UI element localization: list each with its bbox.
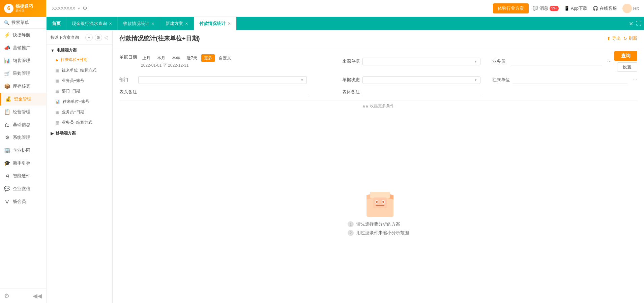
empty-illustration xyxy=(358,183,399,217)
online-service-btn[interactable]: 🎧 在线客服 xyxy=(593,5,617,11)
operations-icon: 📋 xyxy=(4,109,10,115)
scheme-item-icon-4: 📊 xyxy=(55,99,60,104)
empty-texts: 1 请先选择要分析的方案 2 用过滤条件来缩小分析范围 xyxy=(348,221,409,236)
scheme-item-staff-date[interactable]: ▦ 业务员+日期 xyxy=(47,107,112,117)
scheme-item-unit-date[interactable]: ● 往来单位+日期 xyxy=(47,55,112,65)
search-icon: 🔍 xyxy=(4,20,9,25)
sidebar-item-guide[interactable]: 🎓 新手引导 xyxy=(0,157,46,170)
scheme-item-staff-account[interactable]: ▦ 业务员+账号 xyxy=(47,75,112,86)
scheme-panel-header: 按以下方案查询 + ⚙ ◁ xyxy=(47,30,112,45)
tab-new-scheme-label: 新建方案 xyxy=(166,21,183,27)
body-note-input[interactable] xyxy=(362,88,480,96)
staff-label: 业务员 xyxy=(492,58,508,64)
page-actions: ⬆ 导出 ↻ 刷新 xyxy=(607,35,637,41)
step-num-2: 2 xyxy=(348,230,354,236)
header-note-input[interactable] xyxy=(140,88,308,96)
filter-row-3: 表头备注 表体备注 xyxy=(119,88,637,96)
tab-new-scheme-close[interactable]: ✕ xyxy=(185,22,188,26)
sidebar-item-finance[interactable]: 💰 资金管理 xyxy=(0,93,46,105)
dept-select[interactable]: ▾ xyxy=(138,76,307,84)
app-download-label: App下载 xyxy=(571,5,587,11)
scheme-item-label: 业务员+日期 xyxy=(62,109,84,115)
tab-payments-close[interactable]: ✕ xyxy=(228,22,231,26)
scheme-item-unit-settle[interactable]: ▦ 往来单位+结算方式 xyxy=(47,65,112,75)
scheme-panel-title: 按以下方案查询 xyxy=(51,35,79,40)
scheme-item-staff-settle[interactable]: ▦ 业务员+结算方式 xyxy=(47,117,112,128)
scheme-group-desktop[interactable]: ▼ 电脑端方案 xyxy=(47,45,112,55)
refresh-btn[interactable]: ↻ 刷新 xyxy=(623,35,637,41)
date-last-7days[interactable]: 近7天 xyxy=(184,54,200,62)
counterpart-input[interactable] xyxy=(513,76,627,84)
export-btn[interactable]: ⬆ 导出 xyxy=(607,35,621,41)
date-this-year[interactable]: 本年 xyxy=(169,54,183,62)
scheme-item-label: 业务员+账号 xyxy=(62,78,84,84)
sidebar-item-operations[interactable]: 📋 经营管理 xyxy=(0,105,46,118)
sidebar-item-enterprise[interactable]: 🏢 企业协同 xyxy=(0,144,46,157)
collapse-sidebar-icon[interactable]: ◀◀ xyxy=(33,292,42,300)
counterpart-more-icon[interactable]: ··· xyxy=(633,77,637,83)
sidebar-item-label: 经营管理 xyxy=(13,109,30,115)
scheme-collapse-btn[interactable]: ◁ xyxy=(104,34,108,40)
collapse-more-btn[interactable]: ∧∧ 收起更多条件 xyxy=(119,100,637,112)
sidebar-item-quick-nav[interactable]: ⚡ 快捷导航 xyxy=(0,29,46,41)
app-download-btn[interactable]: 📱 App下载 xyxy=(564,5,587,11)
add-scheme-btn[interactable]: + xyxy=(85,34,93,41)
scheme-item-unit-account[interactable]: 📊 往来单位+账号 xyxy=(47,96,112,107)
empty-step-2: 2 用过滤条件来缩小分析范围 xyxy=(348,230,409,236)
tab-payments-label: 付款情况统计 xyxy=(199,21,226,27)
source-label: 来源单据 xyxy=(342,58,360,64)
search-menu[interactable]: 🔍 搜索菜单 xyxy=(0,17,46,29)
tab-new-scheme[interactable]: 新建方案 ✕ xyxy=(160,17,194,30)
scheme-panel: 按以下方案查询 + ⚙ ◁ ▼ 电脑端方案 ● 往来单位+日期 ▦ 往来单位+结… xyxy=(47,30,113,303)
filter-settings-btn[interactable]: 设置 xyxy=(617,62,637,72)
settings-footer-icon[interactable]: ⚙ xyxy=(4,292,9,300)
tab-receivables-close[interactable]: ✕ xyxy=(151,22,154,26)
query-btn[interactable]: 查询 xyxy=(614,51,637,61)
svg-rect-15 xyxy=(376,205,384,206)
sidebar-item-member[interactable]: V 畅会员 xyxy=(0,195,46,208)
staff-more-icon[interactable]: ··· xyxy=(607,58,612,64)
sidebar-item-hardware[interactable]: 🖨 智能硬件 xyxy=(0,170,46,182)
topbar: XXXXXXXX ▾ ⚙ 体验行业方案 💬 消息 99+ 📱 App下载 🎧 在… xyxy=(47,0,644,17)
scheme-item-dept-date[interactable]: ▦ 部门+日期 xyxy=(47,86,112,96)
sidebar-item-inventory[interactable]: 📦 库存核算 xyxy=(0,80,46,93)
sidebar-item-marketing[interactable]: 📣 营销推广 xyxy=(0,41,46,54)
trial-btn[interactable]: 体验行业方案 xyxy=(493,3,529,13)
user-avatar[interactable]: Rit xyxy=(622,4,639,13)
messages-btn[interactable]: 💬 消息 99+ xyxy=(533,5,559,11)
scheme-group-mobile[interactable]: ▶ 移动端方案 xyxy=(47,128,112,138)
sidebar-item-system[interactable]: ⚙ 系统管理 xyxy=(0,131,46,144)
page-title: 付款情况统计(往来单位+日期) xyxy=(119,34,200,42)
tab-payments[interactable]: 付款情况统计 ✕ xyxy=(194,17,236,30)
sidebar-item-purchase[interactable]: 🛒 采购管理 xyxy=(0,67,46,80)
close-tab-icon[interactable]: ✕ xyxy=(629,21,633,27)
sidebar-item-sales[interactable]: 📊 销售管理 xyxy=(0,54,46,67)
headset-icon: 🎧 xyxy=(593,6,598,11)
scheme-settings-btn[interactable]: ⚙ xyxy=(95,34,102,41)
date-this-month[interactable]: 本月 xyxy=(154,54,168,62)
tab-cash-flow[interactable]: 现金银行流水查询 ✕ xyxy=(66,17,118,30)
sidebar-item-wechat[interactable]: 💬 企业微信 xyxy=(0,182,46,195)
date-custom[interactable]: 自定义 xyxy=(216,54,234,62)
tab-receivables[interactable]: 收款情况统计 ✕ xyxy=(118,17,160,30)
logo-text: 畅捷通巧 标准版 xyxy=(16,4,33,13)
expand-tab-icon[interactable]: ⛶ xyxy=(636,21,641,27)
sidebar-item-basic-info[interactable]: 🗂 基础信息 xyxy=(0,118,46,131)
filter-area: 单据日期 上月 本月 本年 近7天 更多 自定义 2022-01-01 至 20… xyxy=(113,46,644,116)
sidebar-item-label: 企业协同 xyxy=(13,147,30,153)
staff-input[interactable] xyxy=(511,57,602,65)
tab-cash-flow-close[interactable]: ✕ xyxy=(109,22,112,26)
query-btn-area: 查询 设置 xyxy=(614,51,637,72)
date-more[interactable]: 更多 xyxy=(201,54,215,62)
svg-point-14 xyxy=(382,201,384,203)
voucher-status-select[interactable]: ▾ xyxy=(362,76,480,84)
tab-home[interactable]: 首页 xyxy=(47,17,66,30)
sidebar-item-label: 智能硬件 xyxy=(13,173,30,179)
date-last-month[interactable]: 上月 xyxy=(140,54,153,62)
dept-select-arrow: ▾ xyxy=(301,78,303,82)
source-select[interactable]: ▾ xyxy=(362,58,480,65)
topbar-settings-icon[interactable]: ⚙ xyxy=(83,5,87,11)
dept-label: 部门 xyxy=(119,77,136,83)
messages-badge: 99+ xyxy=(550,6,559,11)
company-dropdown-icon[interactable]: ▾ xyxy=(78,6,80,11)
